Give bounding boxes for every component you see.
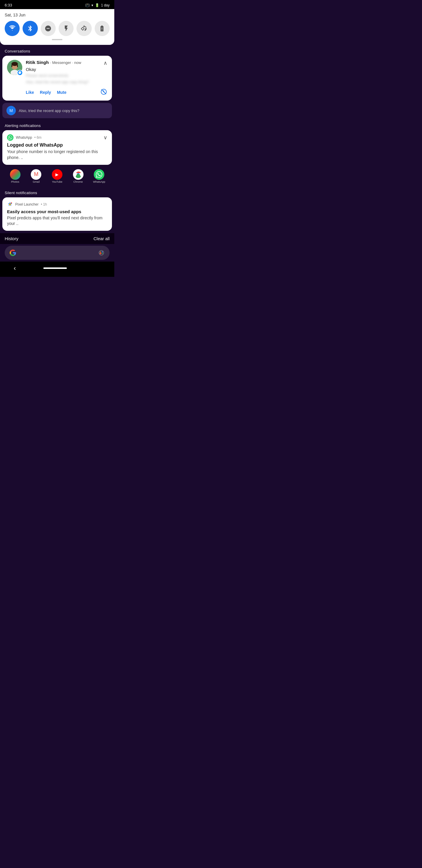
nav-bar: ‹ [0, 261, 114, 277]
svg-point-11 [99, 250, 104, 255]
whatsapp-icon-home: WhatsApp [92, 169, 106, 184]
messenger-peek-avatar: M [6, 106, 16, 115]
alerting-label: Alerting notifications [0, 119, 114, 130]
home-icons-peek: Photos M Gmail ▶ YouTube Chrome WhatsApp [0, 167, 114, 185]
dnd-toggle[interactable] [41, 21, 56, 36]
silent-label: Silent notifications [0, 186, 114, 197]
svg-point-10 [11, 202, 12, 204]
svg-rect-4 [11, 65, 12, 67]
svg-rect-5 [17, 65, 18, 67]
snooze-icon[interactable] [100, 88, 107, 96]
svg-point-9 [9, 204, 11, 205]
whatsapp-app-name: WhatsApp [16, 135, 32, 140]
notif-message: Okay [26, 67, 107, 72]
like-button[interactable]: Like [26, 90, 34, 95]
svg-point-12 [100, 252, 101, 254]
conversations-label: Conversations [0, 45, 114, 56]
wifi-toggle[interactable] [5, 21, 20, 36]
messenger-peek-card: M Also, tried the recent app copy this? [2, 103, 112, 118]
home-pill[interactable] [43, 268, 67, 269]
pixel-title: Easily access your most-used apps [7, 209, 107, 214]
notif-source: · Messenger · now [50, 60, 81, 65]
google-mic-icon[interactable] [98, 249, 105, 256]
history-label: History [5, 236, 19, 241]
mute-button[interactable]: Mute [57, 90, 67, 95]
chrome-icon-home: Chrome [71, 169, 86, 184]
reply-button[interactable]: Reply [40, 90, 51, 95]
svg-point-14 [100, 251, 101, 252]
pixel-time: • 1h [41, 202, 47, 207]
blurred-text-2: Also, tried the recent app copy thing? [26, 80, 107, 85]
gmail-icon-home: M Gmail [29, 169, 43, 184]
battery-label: 1 day [101, 3, 109, 7]
google-search-bar[interactable] [5, 246, 109, 260]
youtube-icon-home: ▶ YouTube [50, 169, 64, 184]
drag-handle [52, 39, 62, 40]
blurred-text-1: Please send screenshots [26, 73, 107, 78]
whatsapp-header: WhatsApp • 6m [7, 134, 42, 141]
avatar-container [7, 60, 22, 75]
flashlight-toggle[interactable] [59, 21, 73, 36]
messenger-notification-card: Ritik Singh · Messenger · now ∧ Okay Ple… [2, 56, 112, 101]
photos-icon-home: Photos [8, 169, 23, 184]
messenger-peek-text: Also, tried the recent app copy this? [19, 108, 79, 113]
whatsapp-notification-card: WhatsApp • 6m ∨ Logged out of WhatsApp Y… [2, 130, 112, 164]
wifi-icon: ▾ [91, 3, 93, 7]
sender-name: Ritik Singh [26, 60, 48, 65]
status-bar: 6:33 📳 ▾ 🔋 1 day [0, 0, 114, 9]
back-button[interactable]: ‹ [14, 265, 16, 272]
status-icons: 📳 ▾ 🔋 1 day [85, 3, 109, 7]
whatsapp-icon [7, 134, 13, 141]
svg-point-13 [102, 251, 103, 252]
qs-toggle-row [5, 21, 109, 36]
battery-icon: 🔋 [95, 3, 99, 7]
collapse-chevron[interactable]: ∧ [103, 60, 107, 66]
rotate-toggle[interactable] [76, 21, 91, 36]
whatsapp-time: • 6m [34, 135, 41, 140]
whatsapp-title: Logged out of WhatsApp [7, 143, 107, 148]
clear-all-button[interactable]: Clear all [94, 236, 109, 241]
pixel-launcher-notification-card: Pixel Launcher • 1h Easily access your m… [2, 197, 112, 231]
notif-actions-row: Like Reply Mute [26, 88, 107, 96]
vibrate-icon: 📳 [85, 3, 90, 7]
bluetooth-toggle[interactable] [23, 21, 37, 36]
battery-saver-toggle[interactable] [95, 21, 109, 36]
qs-date: Sat, 13 Jun [5, 12, 109, 17]
pixel-launcher-icon [7, 202, 13, 207]
quick-settings-panel: Sat, 13 Jun [0, 9, 114, 45]
svg-point-3 [11, 62, 18, 66]
messenger-notif-content: Ritik Singh · Messenger · now ∧ Okay Ple… [26, 60, 107, 96]
pixel-app-name: Pixel Launcher [15, 202, 38, 207]
whatsapp-body: Your phone number is no longer registere… [7, 149, 107, 160]
pixel-body: Pixel predicts apps that you'll need nex… [7, 215, 107, 227]
svg-point-15 [102, 253, 103, 254]
pixel-header: Pixel Launcher • 1h [7, 202, 47, 207]
messenger-badge-icon [17, 70, 23, 76]
google-g-icon [9, 249, 17, 256]
bottom-bar: History Clear all [0, 233, 114, 244]
whatsapp-chevron[interactable]: ∨ [103, 134, 107, 141]
time: 6:33 [5, 3, 12, 7]
